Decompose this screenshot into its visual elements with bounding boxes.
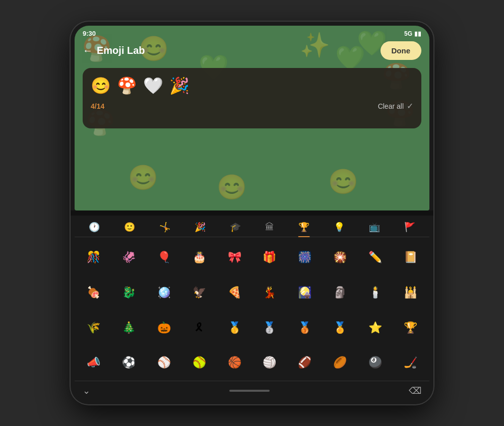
- emoji-cell[interactable]: 🏆: [393, 311, 427, 345]
- status-bar: 9:30 5G ▮▮: [75, 26, 429, 39]
- back-button[interactable]: ←: [83, 45, 93, 56]
- emoji-cell[interactable]: 🎄: [112, 311, 146, 345]
- emoji-cell[interactable]: 🏅: [323, 311, 357, 345]
- cat-buildings[interactable]: 🏛: [261, 220, 278, 235]
- backspace-button[interactable]: ⌫: [409, 385, 421, 396]
- bottom-screen: 🕐 🙂 🤸 🎉 🎓 🏛 🏆 💡 📺 🚩 🎊 🦑 🎈 🎂 🎀 🎁: [75, 216, 429, 400]
- emoji-cell[interactable]: 📣: [77, 345, 111, 380]
- cat-objects[interactable]: 🎓: [226, 220, 245, 235]
- cat-media[interactable]: 📺: [365, 220, 384, 235]
- device-frame: 🍄 😊 ✨ 💚 🍄 🍄 🍄 😊 😊 😊 💚 💚 9:30 5G ▮▮: [71, 22, 433, 404]
- time-display: 9:30: [83, 30, 96, 37]
- battery-icon: ▮▮: [414, 30, 421, 37]
- bottom-content: 🕐 🙂 🤸 🎉 🎓 🏛 🏆 💡 📺 🚩 🎊 🦑 🎈 🎂 🎀 🎁: [75, 216, 429, 400]
- emoji-panel-footer: 4/14 Clear all ✓: [91, 101, 413, 111]
- emoji-cell[interactable]: 🦅: [182, 275, 216, 310]
- cat-activities[interactable]: 🤸: [155, 220, 174, 235]
- selected-emoji-2: 🍄: [117, 76, 137, 95]
- emoji-cell[interactable]: ⚽: [112, 345, 146, 380]
- emoji-cell[interactable]: 🏒: [393, 345, 427, 380]
- emoji-cell[interactable]: 🍕: [217, 275, 251, 310]
- emoji-cell[interactable]: 🥎: [182, 345, 216, 380]
- signal-label: 5G: [404, 30, 412, 37]
- emoji-cell[interactable]: 🎇: [323, 240, 357, 274]
- emoji-cell[interactable]: ⚾: [147, 345, 181, 380]
- emoji-cell[interactable]: 🐉: [112, 275, 146, 310]
- emoji-cell[interactable]: ✏️: [358, 240, 392, 274]
- emoji-cell[interactable]: 🎃: [147, 311, 181, 345]
- emoji-cell[interactable]: 🏉: [323, 345, 357, 380]
- cat-smileys[interactable]: 🙂: [120, 220, 139, 235]
- clear-all-label: Clear all: [378, 102, 404, 110]
- emoji-cell[interactable]: 🎈: [147, 240, 181, 274]
- clear-all-button[interactable]: Clear all ✓: [378, 101, 413, 111]
- emoji-cell[interactable]: 🎂: [182, 240, 216, 274]
- done-button[interactable]: Done: [381, 41, 422, 60]
- emoji-cell[interactable]: 🏈: [288, 345, 322, 380]
- status-right: 5G ▮▮: [404, 30, 421, 37]
- top-navigation-bar: ← Emoji Lab Done: [75, 39, 429, 64]
- cat-flags[interactable]: 🚩: [400, 220, 419, 235]
- emoji-cell[interactable]: 🎀: [217, 240, 251, 274]
- emoji-cell[interactable]: 🌾: [77, 311, 111, 345]
- emoji-cell[interactable]: 🎊: [77, 240, 111, 274]
- selected-emoji-1: 😊: [91, 76, 111, 95]
- emoji-cell[interactable]: 🦑: [112, 240, 146, 274]
- cat-celebration[interactable]: 🎉: [191, 220, 210, 235]
- cat-awards[interactable]: 🏆: [294, 220, 313, 235]
- cat-misc[interactable]: 💡: [330, 220, 349, 235]
- selected-emoji-4: 🎉: [169, 76, 190, 95]
- emoji-cell[interactable]: 🪩: [147, 275, 181, 310]
- emoji-cell[interactable]: 🕯️: [358, 275, 392, 310]
- emoji-cell[interactable]: 🎆: [288, 240, 322, 274]
- emoji-cell[interactable]: 🕌: [393, 275, 427, 310]
- home-indicator: [229, 390, 270, 392]
- selected-emoji-3: 🤍: [143, 76, 163, 95]
- check-icon: ✓: [407, 101, 413, 111]
- emoji-cell[interactable]: ⭐: [358, 311, 392, 345]
- emoji-cell[interactable]: 🥇: [217, 311, 251, 345]
- emoji-cell[interactable]: 🎗: [182, 311, 216, 345]
- emoji-grid: 🎊 🦑 🎈 🎂 🎀 🎁 🎆 🎇 ✏️ 📔 🍖 🐉 🪩 🦅 🍕 💃 🎑 🗿: [75, 237, 429, 381]
- keyboard-collapse-button[interactable]: ⌄: [83, 385, 90, 396]
- emoji-cell[interactable]: 🗿: [323, 275, 357, 310]
- emoji-cell[interactable]: 🏀: [217, 345, 251, 380]
- emoji-category-bar: 🕐 🙂 🤸 🎉 🎓 🏛 🏆 💡 📺 🚩: [75, 216, 429, 237]
- emoji-cell[interactable]: 🎱: [358, 345, 392, 380]
- emoji-cell[interactable]: 🏐: [253, 345, 287, 380]
- emoji-panel: 😊 🍄 🤍 🎉 4/14 Clear all ✓: [83, 68, 421, 128]
- emoji-cell[interactable]: 🍖: [77, 275, 111, 310]
- emoji-cell[interactable]: 💃: [253, 275, 287, 310]
- selected-emoji-row: 😊 🍄 🤍 🎉: [91, 76, 413, 95]
- keyboard-bottom-bar: ⌄ ⌫: [75, 381, 429, 400]
- top-bar-left: ← Emoji Lab: [83, 45, 145, 56]
- top-screen: 🍄 😊 ✨ 💚 🍄 🍄 🍄 😊 😊 😊 💚 💚 9:30 5G ▮▮: [75, 26, 429, 210]
- emoji-cell[interactable]: 🎑: [288, 275, 322, 310]
- emoji-cell[interactable]: 📔: [393, 240, 427, 274]
- top-content: 🍄 😊 ✨ 💚 🍄 🍄 🍄 😊 😊 😊 💚 💚 9:30 5G ▮▮: [75, 26, 429, 210]
- emoji-cell[interactable]: 🎁: [253, 240, 287, 274]
- emoji-cell[interactable]: 🥈: [253, 311, 287, 345]
- device-hinge: [71, 210, 433, 216]
- cat-recent[interactable]: 🕐: [85, 220, 104, 235]
- emoji-count: 4/14: [91, 102, 104, 110]
- page-title: Emoji Lab: [97, 45, 145, 56]
- emoji-cell[interactable]: 🥉: [288, 311, 322, 345]
